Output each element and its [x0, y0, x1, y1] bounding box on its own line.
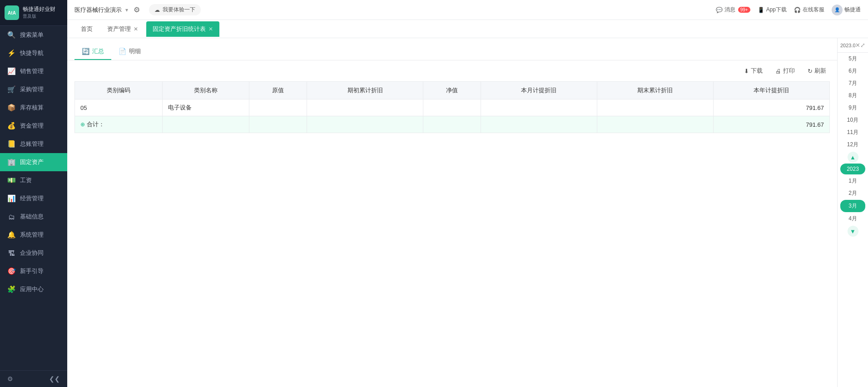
- sidebar-item-search[interactable]: 🔍 搜索菜单: [0, 26, 67, 44]
- fixed-label: 固定资产: [20, 158, 44, 166]
- tabs-bar: 首页资产管理✕固定资产折旧统计表✕: [67, 20, 868, 38]
- col-header-5: 本月计提折旧: [481, 82, 597, 99]
- username: 畅捷通: [844, 6, 861, 14]
- experience-button[interactable]: ☁ 我要体验一下: [149, 4, 201, 15]
- sidebar-item-enterprise[interactable]: 🏗 企业协同: [0, 244, 67, 262]
- sidebar-edition: 普及版: [23, 13, 55, 20]
- date-month-1月[interactable]: 1月: [838, 175, 868, 187]
- tab-home[interactable]: 首页: [74, 21, 99, 37]
- sidebar-item-guide[interactable]: 🎯 新手引导: [0, 262, 67, 280]
- cell-0-3: [307, 99, 423, 116]
- sidebar-item-system[interactable]: 🔔 系统管理: [0, 226, 67, 244]
- apps-icon: 🧩: [7, 285, 15, 293]
- date-month-3月[interactable]: 3月: [840, 200, 865, 212]
- experience-label: 我要体验一下: [163, 6, 195, 14]
- basic-label: 基础信息: [20, 213, 44, 221]
- refresh-button[interactable]: ↻ 刷新: [804, 65, 830, 77]
- print-icon: 🖨: [775, 68, 781, 74]
- sidebar-item-ledger[interactable]: 📒 总账管理: [0, 135, 67, 153]
- sidebar-item-quicknav[interactable]: ⚡ 快捷导航: [0, 44, 67, 62]
- sidebar-item-inventory[interactable]: 📦 库存核算: [0, 99, 67, 117]
- col-header-0: 类别编码: [75, 82, 163, 99]
- panel-title: 2023.03: [840, 43, 855, 48]
- date-month-prev-9月[interactable]: 9月: [838, 102, 868, 114]
- enterprise-icon: 🏗: [7, 249, 15, 257]
- col-header-2: 原值: [249, 82, 307, 99]
- date-month-prev-12月[interactable]: 12月: [838, 139, 868, 151]
- inventory-label: 库存核算: [20, 104, 44, 112]
- sidebar-header: AtA 畅捷通好业财 普及版: [0, 0, 67, 26]
- collapse-icon[interactable]: ❮❮: [49, 375, 60, 382]
- panel-close-icon[interactable]: ✕: [855, 42, 860, 49]
- date-list[interactable]: 5月6月7月8月9月10月11月12月▲20231月2月3月4月▼: [838, 53, 868, 387]
- online-service-button[interactable]: 🎧 在线客服: [794, 6, 824, 14]
- cell-0-4: [423, 99, 481, 116]
- settings-icon[interactable]: ⚙: [7, 375, 13, 382]
- sidebar-title: 畅捷通好业财: [23, 6, 55, 13]
- topbar-right: 💬 消息 99+ 📱 App下载 🎧 在线客服 👤 畅捷通: [716, 5, 861, 15]
- apps-label: 应用中心: [20, 285, 44, 293]
- total-cell-4: [423, 116, 481, 133]
- subtab-summary[interactable]: 🔄 汇总: [74, 44, 111, 60]
- table-body: 05电子设备791.67⊕ 合计：791.67: [75, 99, 830, 133]
- topbar-settings-icon[interactable]: ⚙: [134, 5, 140, 14]
- ledger-label: 总账管理: [20, 140, 44, 148]
- system-label: 系统管理: [20, 231, 44, 239]
- app-download-button[interactable]: 📱 App下载: [758, 6, 787, 14]
- subtab-icon-detail: 📄: [119, 48, 126, 55]
- panel-expand-icon[interactable]: ⤢: [860, 42, 865, 49]
- date-month-prev-5月[interactable]: 5月: [838, 53, 868, 65]
- date-year-label: 2023: [840, 164, 865, 174]
- operations-label: 经营管理: [20, 194, 44, 203]
- sidebar: AtA 畅捷通好业财 普及版 🔍 搜索菜单 ⚡ 快捷导航 📈 销售管理 🛒 采购…: [0, 0, 67, 387]
- sidebar-item-operations[interactable]: 📊 经营管理: [0, 189, 67, 208]
- cell-0-7: 791.67: [713, 99, 829, 116]
- search-icon: 🔍: [7, 31, 15, 39]
- message-icon: 💬: [716, 7, 723, 13]
- sidebar-item-salary[interactable]: 💵 工资: [0, 171, 67, 189]
- download-button[interactable]: ⬇ 下载: [740, 65, 766, 77]
- sidebar-item-funds[interactable]: 💰 资金管理: [0, 117, 67, 135]
- tab-close-asset-mgmt[interactable]: ✕: [134, 26, 138, 32]
- subtab-label-summary: 汇总: [92, 47, 104, 55]
- date-scroll-up[interactable]: ▲: [848, 152, 858, 163]
- col-header-6: 期末累计折旧: [597, 82, 713, 99]
- sidebar-item-basic[interactable]: 🗂 基础信息: [0, 208, 67, 226]
- purchase-icon: 🛒: [7, 85, 15, 94]
- cell-0-2: [249, 99, 307, 116]
- tab-label-home: 首页: [81, 25, 93, 33]
- company-chevron-icon[interactable]: ▾: [125, 7, 128, 13]
- date-month-2月[interactable]: 2月: [838, 187, 868, 199]
- sidebar-nav: 🔍 搜索菜单 ⚡ 快捷导航 📈 销售管理 🛒 采购管理 📦 库存核算 💰 资金管…: [0, 26, 67, 370]
- date-month-prev-6月[interactable]: 6月: [838, 65, 868, 77]
- messages-button[interactable]: 💬 消息 99+: [716, 6, 750, 14]
- table-row: 05电子设备791.67: [75, 99, 830, 116]
- download-label: 下载: [751, 67, 763, 75]
- sidebar-item-sales[interactable]: 📈 销售管理: [0, 62, 67, 80]
- subtab-detail[interactable]: 📄 明细: [111, 44, 148, 60]
- print-button[interactable]: 🖨 打印: [772, 65, 799, 77]
- sidebar-item-purchase[interactable]: 🛒 采购管理: [0, 80, 67, 99]
- messages-label: 消息: [724, 6, 735, 14]
- tab-depreciation[interactable]: 固定资产折旧统计表✕: [146, 21, 219, 37]
- date-month-4月[interactable]: 4月: [838, 213, 868, 225]
- ledger-icon: 📒: [7, 140, 15, 148]
- user-menu[interactable]: 👤 畅捷通: [832, 5, 861, 15]
- col-header-7: 本年计提折旧: [713, 82, 829, 99]
- print-label: 打印: [783, 67, 795, 75]
- main-content: 医疗器械行业演示 ▾ ⚙ ☁ 我要体验一下 💬 消息 99+ 📱 App下载 🎧…: [67, 0, 868, 387]
- date-month-prev-8月[interactable]: 8月: [838, 89, 868, 102]
- date-month-prev-11月[interactable]: 11月: [838, 126, 868, 139]
- date-month-prev-10月[interactable]: 10月: [838, 114, 868, 126]
- sidebar-item-fixed[interactable]: 🏢 固定资产: [0, 153, 67, 171]
- refresh-icon: ↻: [808, 68, 813, 74]
- tab-close-depreciation[interactable]: ✕: [208, 26, 213, 32]
- sidebar-item-apps[interactable]: 🧩 应用中心: [0, 280, 67, 298]
- inventory-icon: 📦: [7, 104, 15, 112]
- date-month-prev-7月[interactable]: 7月: [838, 77, 868, 89]
- guide-label: 新手引导: [20, 267, 44, 275]
- depreciation-table: 类别编码类别名称原值期初累计折旧净值本月计提折旧期末累计折旧本年计提折旧 05电…: [74, 81, 830, 133]
- fixed-icon: 🏢: [7, 158, 15, 166]
- date-scroll-down[interactable]: ▼: [848, 226, 858, 237]
- tab-asset-mgmt[interactable]: 资产管理✕: [101, 21, 144, 37]
